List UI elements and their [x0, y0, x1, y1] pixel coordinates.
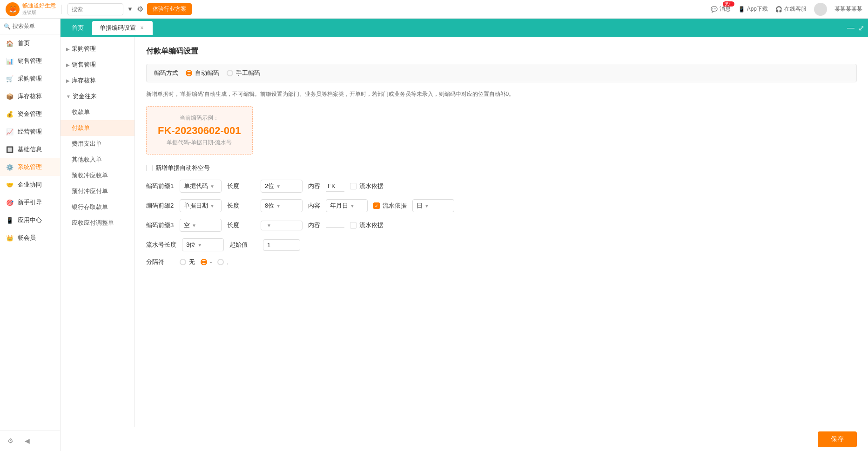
inventory-icon: 📦 — [6, 92, 14, 101]
prefix2-label: 编码前缀2 — [146, 202, 174, 210]
sidebar-item-purchase[interactable]: 🛒 采购管理 — [0, 70, 60, 88]
tabbar: 首页 单据编码设置 × — ⤢ — [61, 19, 868, 37]
sidebar-bottom: ⚙ ◀ — [0, 430, 60, 451]
separator-dot2-radio[interactable]: . — [217, 259, 229, 266]
prefix2-select[interactable]: 单据日期 ▼ — [180, 199, 222, 212]
length2-select[interactable]: 8位 ▼ — [261, 199, 303, 212]
serial2-checkbox[interactable]: ✓ 流水依据 — [373, 202, 407, 210]
minimize-icon[interactable]: — — [847, 24, 855, 32]
logo-sub: 连锁版 — [22, 9, 56, 16]
radio-group: 自动编码 手工编码 — [186, 69, 260, 77]
sidebar-item-member[interactable]: 👑 畅会员 — [0, 229, 60, 247]
prefix1-select[interactable]: 单据代码 ▼ — [180, 180, 222, 193]
prefix1-select-value: 单据代码 — [184, 182, 208, 190]
length3-select[interactable]: ▼ — [261, 221, 303, 230]
sidebar-item-label: 企业协同 — [18, 181, 42, 189]
sub-menu-item-other-income[interactable]: 其他收入单 — [61, 152, 135, 168]
tab-active[interactable]: 单据编码设置 × — [92, 21, 153, 35]
tab-close-icon[interactable]: × — [139, 25, 145, 31]
home-icon: 🏠 — [6, 39, 14, 47]
logo-name: 畅通道好生意 — [22, 2, 56, 9]
serial-length-select[interactable]: 3位 ▼ — [182, 238, 224, 251]
sidebar-search-button[interactable]: 🔍 搜索菜单 — [0, 19, 60, 34]
sub-menu-sales-title[interactable]: ▶ 销售管理 — [61, 57, 135, 73]
form-row-2: 编码前缀2 单据日期 ▼ 长度 8位 ▼ 内容 年月日 — [146, 199, 857, 212]
prefix2-chevron-down-icon: ▼ — [210, 203, 215, 209]
serial2-period-select[interactable]: 日 ▼ — [412, 199, 454, 212]
length2-label: 长度 — [227, 202, 255, 210]
topbar-divider — [61, 5, 62, 14]
sub-menu-group-purchase: ▶ 采购管理 — [61, 41, 135, 57]
maximize-icon[interactable]: ⤢ — [858, 24, 864, 33]
content2-select[interactable]: 年月日 ▼ — [326, 199, 368, 212]
settings-icon[interactable]: ⚙ — [137, 5, 143, 13]
message-button[interactable]: 💬 消息 99+ — [711, 5, 731, 13]
sidebar-settings-button[interactable]: ⚙ — [4, 434, 17, 447]
sidebar: 🔍 搜索菜单 🏠 首页 📊 销售管理 🛒 采购管理 📦 库存核算 💰 — [0, 19, 61, 451]
app-download-button[interactable]: 📱 App下载 — [738, 5, 768, 13]
guide-icon: 🎯 — [6, 198, 14, 207]
serial3-cb-box — [350, 222, 357, 229]
purchase-icon: 🛒 — [6, 74, 14, 83]
sidebar-item-operations[interactable]: 📈 经营管理 — [0, 123, 60, 141]
sub-menu-purchase-title[interactable]: ▶ 采购管理 — [61, 41, 135, 57]
sub-menu-item-ap-adj[interactable]: 应收应付调整单 — [61, 215, 135, 231]
sub-menu-capital-title[interactable]: ▼ 资金往来 — [61, 88, 135, 104]
sidebar-search-label: 搜索菜单 — [13, 22, 35, 30]
serial2-period-value: 日 — [417, 202, 423, 210]
sidebar-item-guide[interactable]: 🎯 新手引导 — [0, 194, 60, 211]
finance-icon: 💰 — [6, 110, 14, 118]
sub-menu-inventory-title[interactable]: ▶ 库存核算 — [61, 73, 135, 88]
sub-menu-item-payment[interactable]: 付款单 — [61, 120, 135, 136]
sub-menu-item-bank[interactable]: 银行存取款单 — [61, 199, 135, 215]
serial2-period-chevron-down-icon: ▼ — [424, 203, 429, 209]
search-icon: 🔍 — [4, 23, 11, 30]
auto-fill-checkbox[interactable]: 新增单据自动补空号 — [146, 164, 857, 172]
sidebar-item-apps[interactable]: 📱 应用中心 — [0, 211, 60, 229]
trial-button[interactable]: 体验行业方案 — [147, 3, 192, 15]
sidebar-item-cooperation[interactable]: 🤝 企业协同 — [0, 176, 60, 194]
panel-content: 付款单编码设置 编码方式 自动编码 手工编码 — [135, 37, 868, 282]
separator-none-radio[interactable]: 无 — [180, 258, 195, 266]
save-button[interactable]: 保存 — [818, 431, 857, 447]
serial1-checkbox[interactable]: 流水依据 — [350, 182, 384, 190]
sidebar-item-inventory[interactable]: 📦 库存核算 — [0, 88, 60, 105]
sidebar-item-basic[interactable]: 🔲 基础信息 — [0, 141, 60, 158]
serial-length-chevron-down-icon: ▼ — [197, 242, 202, 248]
avatar[interactable] — [814, 3, 827, 16]
length1-select[interactable]: 2位 ▼ — [261, 180, 303, 193]
serial3-checkbox[interactable]: 流水依据 — [350, 221, 384, 229]
length2-chevron-down-icon: ▼ — [276, 203, 281, 209]
tabbar-actions: — ⤢ — [847, 24, 864, 33]
sidebar-item-system[interactable]: ⚙️ 系统管理 — [0, 158, 60, 176]
basic-icon: 🔲 — [6, 145, 14, 154]
page-title: 付款单编码设置 — [146, 47, 857, 56]
sidebar-item-finance[interactable]: 💰 资金管理 — [0, 105, 60, 123]
tab-home[interactable]: 首页 — [64, 21, 91, 35]
sub-menu-item-receipt[interactable]: 收款单 — [61, 104, 135, 120]
auto-radio-label: 自动编码 — [195, 69, 219, 77]
sidebar-nav: 🏠 首页 📊 销售管理 🛒 采购管理 📦 库存核算 💰 资金管理 📈 经 — [0, 34, 60, 430]
sub-menu-item-prepay-rcv[interactable]: 预收冲应收单 — [61, 168, 135, 183]
sub-menu-item-expense[interactable]: 费用支出单 — [61, 136, 135, 152]
auto-radio[interactable]: 自动编码 — [186, 69, 219, 77]
prefix3-select[interactable]: 空 ▼ — [180, 219, 222, 232]
topbar-search-input[interactable] — [67, 3, 123, 15]
serial-row: 流水号长度 3位 ▼ 起始值 — [146, 238, 857, 251]
sidebar-collapse-button[interactable]: ◀ — [20, 434, 34, 447]
topbar-dropdown[interactable]: ▼ — [127, 6, 133, 13]
sub-menu-item-prepay-pay[interactable]: 预付冲应付单 — [61, 183, 135, 199]
service-button[interactable]: 🎧 在线客服 — [775, 5, 807, 13]
form-row-1: 编码前缀1 单据代码 ▼ 长度 2位 ▼ 内容 FK — [146, 180, 857, 193]
content1-label: 内容 — [308, 182, 320, 190]
auto-fill-row: 新增单据自动补空号 — [146, 164, 857, 172]
preview-box: 当前编码示例： FK-20230602-001 单据代码-单据日期-流水号 — [146, 106, 253, 155]
start-value-input[interactable] — [263, 239, 300, 251]
manual-radio[interactable]: 手工编码 — [227, 69, 260, 77]
sidebar-item-home[interactable]: 🏠 首页 — [0, 34, 60, 52]
sub-menu-purchase-label: 采购管理 — [72, 45, 96, 53]
cooperation-icon: 🤝 — [6, 181, 14, 189]
separator-dot1-radio[interactable]: - — [201, 259, 212, 266]
topbar: 🦊 畅通道好生意 连锁版 ▼ ⚙ 体验行业方案 💬 消息 99+ 📱 App下载… — [0, 0, 868, 19]
sidebar-item-sales[interactable]: 📊 销售管理 — [0, 52, 60, 70]
